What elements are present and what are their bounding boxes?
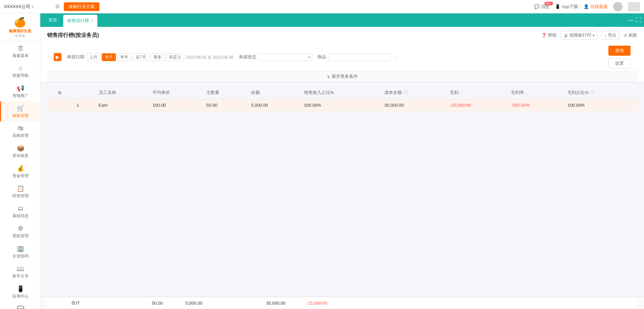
expand-label: 展开更多条件	[332, 73, 358, 80]
main: 首页 销售排行榜 × — ⛶ 销售排行榜(按业务员) ❓ 帮助	[40, 13, 644, 309]
sidebar-item-guide[interactable]: 📖 新手引导	[0, 262, 40, 282]
col-name: 员工名称	[95, 86, 148, 99]
date-btn-custom[interactable]: 自定义	[166, 53, 184, 61]
goods-filter-label: 商品	[317, 54, 326, 60]
footer-profit: -25,000.00	[302, 297, 343, 309]
date-btn-this-year[interactable]: 本年	[117, 53, 131, 61]
sidebar-logo: 🍊 畅康通好生意 标准版	[0, 13, 40, 41]
export-label: 导出	[608, 32, 616, 38]
settings-btn[interactable]: 设置	[608, 58, 631, 68]
user-name-area[interactable]	[628, 2, 640, 11]
export-btn[interactable]: ↓ 导出	[601, 31, 620, 40]
sidebar-item-shortcut[interactable]: ⌂ 快捷导航	[0, 61, 40, 81]
search-order-icon: ☰	[18, 45, 23, 52]
print-icon: 🖨	[564, 33, 568, 38]
col-profit-pct: 毛利占比% ⓘ	[563, 86, 637, 99]
print-btn[interactable]: 🖨 按模板打印 ▾	[561, 31, 597, 40]
tab-minimize-icon[interactable]: —	[628, 17, 633, 23]
status-select[interactable]	[258, 53, 312, 61]
cell-rank: 1	[73, 99, 95, 111]
sidebar-item-system[interactable]: ⚙ 系统管理	[0, 221, 40, 242]
tab-maximize-icon[interactable]: ⛶	[636, 17, 641, 23]
message-badge: 99+	[545, 2, 553, 5]
sidebar-item-label: 采购管理	[12, 133, 29, 139]
company-selector[interactable]: XXXXXX公司 ▾	[4, 4, 51, 10]
cell-qty: 50.00	[202, 99, 247, 111]
system-icon: ⚙	[18, 225, 23, 232]
col-settings[interactable]: ⚙	[47, 86, 73, 99]
date-btn-last-month[interactable]: 上月	[86, 53, 100, 61]
message-btn[interactable]: 💬 消息 99+	[534, 4, 550, 10]
sidebar-item-basic[interactable]: 🗂 基础信息	[0, 202, 40, 221]
footer-qty: 50.00	[148, 297, 181, 309]
filter-collapse-btn[interactable]: ▶	[54, 53, 61, 61]
company-chevron-icon: ▾	[32, 4, 34, 9]
expand-btn[interactable]: ∨ 展开更多条件	[327, 73, 358, 80]
help-btn[interactable]: ❓ 帮助	[541, 32, 557, 38]
tabbar: 首页 销售排行榜 × — ⛶	[40, 13, 644, 27]
col-profit-rate: 毛利率	[507, 86, 563, 99]
date-btn-more[interactable]: 更多	[151, 53, 165, 61]
sidebar-item-label: 经营管理	[12, 193, 29, 199]
help-label: 帮助	[548, 32, 557, 38]
footer-row: 合计 50.00 5,000.00 30,000.00 -25,000.00	[47, 297, 637, 309]
footer-avg-price	[114, 297, 148, 309]
query-btn[interactable]: 查询	[608, 46, 631, 56]
operations-icon: 📋	[17, 185, 24, 192]
sidebar-item-marketing[interactable]: 📢 营销推广	[0, 81, 40, 101]
sidebar-item-label: 企业协同	[12, 253, 29, 259]
app-download-btn[interactable]: 📱 App下载	[555, 4, 578, 10]
footer-profit-pct	[376, 297, 637, 309]
sidebar-item-sales[interactable]: 🛒 销售管理	[0, 101, 40, 121]
footer-amount: 5,000.00	[181, 297, 222, 309]
basic-icon: 🗂	[17, 205, 24, 212]
sidebar-item-purchase[interactable]: 🛍 采购管理	[0, 121, 40, 141]
sidebar-item-inventory[interactable]: 📦 库存核算	[0, 141, 40, 161]
date-btn-7days[interactable]: 近7天	[133, 53, 149, 61]
col-settings-icon: ⚙	[58, 90, 62, 95]
refresh-label: 刷新	[629, 32, 637, 38]
table-header-row: ⚙ 员工名称 平均单价 主数量 全额 销售收入占比% 成本全额 ⓘ	[47, 86, 637, 99]
collapse-arrow-icon[interactable]: ▶	[54, 53, 61, 61]
avatar[interactable]	[613, 2, 622, 11]
col-cost: 成本全额 ⓘ	[380, 86, 446, 99]
tab-close-icon[interactable]: ×	[91, 18, 93, 23]
col-sales-pct: 销售收入占比%	[300, 86, 381, 99]
page-actions: ❓ 帮助 🖨 按模板打印 ▾ ↓ 导出 ↺	[541, 31, 638, 40]
date-btn-this-month[interactable]: 本月	[102, 53, 116, 61]
tab-home[interactable]: 首页	[43, 13, 62, 27]
footer-sales-pct	[222, 297, 262, 309]
sidebar-item-label: 销售管理	[12, 113, 29, 119]
logo-sub: 标准版	[15, 34, 25, 38]
page-title-row: 销售排行榜(按业务员) ❓ 帮助 🖨 按模板打印 ▾ ↓	[47, 31, 637, 40]
sidebar-item-label: 资金管理	[12, 173, 29, 179]
topbar-settings-icon[interactable]: ⚙	[55, 3, 60, 10]
profit-pct-info-icon[interactable]: ⓘ	[591, 91, 594, 95]
sidebar-item-label: 基础信息	[12, 213, 29, 219]
date-range-display: 2023-06-01 至 2023-06-30	[186, 55, 233, 60]
tab-sales-ranking[interactable]: 销售排行榜 ×	[63, 15, 97, 27]
sidebar-item-finance[interactable]: 💰 资金管理	[0, 161, 40, 182]
sidebar-item-appstore[interactable]: 📱 应用中心	[0, 282, 40, 302]
goods-more-icon[interactable]: ...	[394, 55, 397, 59]
table-row: 1 Eam 100.00 50.00 5,000.00 100.00% 30,0…	[47, 99, 637, 111]
goods-input[interactable]	[328, 53, 391, 61]
sidebar-item-search-order[interactable]: ☰ 搜索菜单	[0, 41, 40, 61]
col-amount: 全额	[247, 86, 300, 99]
footer-cost: 30,000.00	[262, 297, 302, 309]
sidebar-item-operations[interactable]: 📋 经营管理	[0, 182, 40, 202]
logo-icon: 🍊	[14, 17, 26, 28]
tab-label: 销售排行榜	[67, 18, 89, 24]
data-table: ⚙ 员工名称 平均单价 主数量 全额 销售收入占比% 成本全额 ⓘ	[47, 86, 637, 111]
expand-icon: ∨	[327, 74, 330, 79]
support-btn[interactable]: 👤 在线客服	[584, 4, 608, 10]
sidebar-item-enterprise[interactable]: 🏢 企业协同	[0, 242, 40, 262]
cost-info-icon[interactable]: ⓘ	[404, 91, 407, 95]
print-chevron-icon: ▾	[593, 34, 594, 37]
refresh-btn[interactable]: ↺ 刷新	[624, 32, 637, 38]
cell-profit: -25,000.00	[446, 99, 507, 111]
sidebar-item-wechat[interactable]: 💬 企业微信	[0, 302, 40, 309]
table-wrap: ⚙ 员工名称 平均单价 主数量 全额 销售收入占比% 成本全额 ⓘ	[40, 82, 644, 297]
cell-profit-pct: 100.00%	[563, 99, 637, 111]
trial-btn[interactable]: 体验行业方案	[64, 2, 99, 11]
